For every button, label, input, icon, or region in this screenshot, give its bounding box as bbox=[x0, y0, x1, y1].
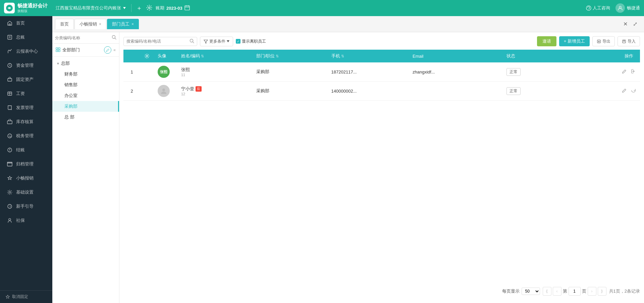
basesettings-icon bbox=[7, 189, 13, 195]
page-last-button[interactable]: ⟫ bbox=[598, 287, 606, 296]
import-label: 导入 bbox=[628, 39, 636, 44]
tab-employees[interactable]: 部门员工 × bbox=[107, 19, 139, 29]
pagination: 每页显示 50 100 200 ⟪ ‹ 第 页 bbox=[123, 284, 640, 299]
refresh-button-2[interactable] bbox=[631, 88, 636, 94]
dept-item-finance[interactable]: 财务部 bbox=[52, 69, 119, 80]
page-current-label: 第 bbox=[563, 288, 567, 294]
svg-point-41 bbox=[146, 55, 148, 57]
employee-search-bar[interactable] bbox=[123, 37, 197, 46]
show-resigned-toggle[interactable]: 显示离职员工 bbox=[236, 39, 266, 44]
export-button[interactable]: 导出 bbox=[592, 36, 615, 46]
sidebar-item-archive[interactable]: 归档管理 bbox=[0, 157, 52, 171]
dept-item-sales[interactable]: 销售部 bbox=[52, 80, 119, 90]
employee-table-scroll: 头像 姓名/编码 部门/职位 手机 Email 状态 操作 bbox=[123, 50, 640, 284]
cell-actions-1 bbox=[577, 62, 640, 82]
employee-search-input[interactable] bbox=[126, 39, 188, 44]
sidebar-item-ledger[interactable]: 总账 bbox=[0, 30, 52, 44]
col-status: 状态 bbox=[502, 50, 578, 62]
sidebar-item-closeaccount[interactable]: 结账 bbox=[0, 143, 52, 157]
page-number-input[interactable] bbox=[569, 287, 581, 296]
svg-rect-10 bbox=[8, 35, 12, 39]
page-size-select[interactable]: 50 100 200 bbox=[522, 288, 540, 295]
page-prev-button[interactable]: ‹ bbox=[553, 287, 561, 296]
toolbar-right: 邀请 + 新增员工 导出 导入 bbox=[537, 36, 640, 46]
dept-search-icon[interactable] bbox=[112, 35, 116, 41]
edit-button-1[interactable] bbox=[622, 69, 627, 75]
period-label: 账期 bbox=[156, 5, 164, 11]
expense-icon bbox=[7, 175, 13, 181]
sidebar-item-invoice[interactable]: 发票管理 bbox=[0, 101, 52, 115]
logo-icon bbox=[4, 3, 15, 13]
dept-item-purchase[interactable]: 采购部 bbox=[52, 101, 119, 112]
user-area[interactable]: 畅捷通 bbox=[615, 3, 640, 13]
tab-home[interactable]: 首页 bbox=[55, 19, 74, 29]
sidebar-item-salary[interactable]: 工资 bbox=[0, 87, 52, 101]
edit-button-2[interactable] bbox=[622, 88, 627, 94]
page-size-selector: 每页显示 50 100 200 bbox=[502, 288, 540, 295]
dept-collapse-button[interactable]: « bbox=[113, 48, 116, 52]
all-depts-label: 全部部门 bbox=[62, 47, 102, 53]
settings-icon[interactable] bbox=[144, 5, 154, 12]
page-first-button[interactable]: ⟪ bbox=[543, 287, 551, 296]
sidebar-item-inventory[interactable]: 库存核算 bbox=[0, 115, 52, 129]
sidebar-item-guide[interactable]: ? 新手引导 bbox=[0, 199, 52, 213]
cell-index-2: 2 bbox=[123, 82, 140, 101]
col-phone[interactable]: 手机 bbox=[327, 50, 409, 62]
sidebar-item-basesettings[interactable]: 基础设置 bbox=[0, 185, 52, 199]
sidebar-item-home[interactable]: 首页 bbox=[0, 16, 52, 30]
show-resigned-checkbox[interactable] bbox=[236, 39, 240, 44]
pin-toggle[interactable]: 取消固定 bbox=[0, 290, 52, 303]
dept-purchase-label: 采购部 bbox=[64, 103, 77, 109]
sidebar-label-expense: 小畅报销 bbox=[16, 175, 34, 181]
pin-label: 取消固定 bbox=[12, 294, 28, 300]
tab-expense[interactable]: 小畅报销 × bbox=[74, 19, 106, 29]
close-window-button[interactable]: ✕ bbox=[622, 20, 629, 28]
logout-button-1[interactable] bbox=[631, 69, 636, 75]
import-button[interactable]: 导入 bbox=[618, 36, 640, 46]
tab-employees-close[interactable]: × bbox=[131, 22, 134, 27]
sidebar-label-salary: 工资 bbox=[16, 91, 25, 97]
main-content: 全部部门 « ▼ 总部 财务部 bbox=[52, 32, 644, 303]
cell-dept-2: 采购部 bbox=[252, 82, 327, 101]
tab-expense-close[interactable]: × bbox=[99, 22, 101, 27]
dept-parent-head[interactable]: ▼ 总部 bbox=[52, 58, 119, 69]
filter-button[interactable]: 更多条件 bbox=[200, 37, 233, 46]
add-button[interactable]: ＋ bbox=[134, 4, 144, 12]
sidebar-item-asset[interactable]: 固定资产 bbox=[0, 72, 52, 87]
cell-status-2: 正常 bbox=[502, 82, 578, 101]
sidebar-item-social[interactable]: 社保 bbox=[0, 213, 52, 228]
sidebar-item-expense[interactable]: 小畅报销 bbox=[0, 171, 52, 185]
tab-expense-label: 小畅报销 bbox=[79, 21, 97, 27]
svg-rect-18 bbox=[7, 121, 12, 124]
salary-icon bbox=[7, 91, 13, 97]
company-selector[interactable]: 江西服宝精品有限责任公司内账张 bbox=[53, 4, 128, 12]
page-total-info: 共1页，2条记录 bbox=[609, 288, 640, 294]
employee-search-icon[interactable] bbox=[190, 39, 194, 44]
add-employee-button[interactable]: + 新增员工 bbox=[559, 36, 590, 46]
col-name[interactable]: 姓名/编码 bbox=[177, 50, 252, 62]
table-row: 2 宁小壹 应 12 bbox=[123, 82, 640, 101]
page-unit-label: 页 bbox=[582, 288, 586, 294]
dept-edit-button[interactable] bbox=[104, 46, 111, 54]
sidebar-item-tax[interactable]: % 税务管理 bbox=[0, 129, 52, 143]
dropdown-arrow-icon bbox=[123, 7, 126, 9]
show-resigned-label: 显示离职员工 bbox=[242, 39, 266, 44]
page-size-label: 每页显示 bbox=[502, 288, 520, 294]
sidebar-item-fund[interactable]: 资金管理 bbox=[0, 58, 52, 72]
col-dept[interactable]: 部门/职位 bbox=[252, 50, 327, 62]
logo-title: 畅捷通好会计 bbox=[17, 3, 48, 9]
sidebar-item-report[interactable]: 云报表中心 bbox=[0, 44, 52, 58]
page-next-button[interactable]: › bbox=[588, 287, 596, 296]
top-bar-right: 人工咨询 畅捷通 bbox=[586, 3, 640, 13]
service-button[interactable]: 人工咨询 bbox=[586, 5, 610, 11]
calendar-icon[interactable] bbox=[184, 5, 190, 11]
dept-search-input[interactable] bbox=[55, 36, 110, 40]
expand-window-button[interactable]: ⤢ bbox=[632, 20, 639, 28]
dept-item-head[interactable]: 总 部 bbox=[52, 112, 119, 122]
svg-line-36 bbox=[193, 42, 194, 43]
dept-item-office[interactable]: 办公室 bbox=[52, 90, 119, 101]
col-settings[interactable] bbox=[140, 50, 154, 62]
all-depts-header[interactable]: 全部部门 « bbox=[52, 44, 119, 57]
invite-button[interactable]: 邀请 bbox=[537, 36, 556, 46]
divider bbox=[131, 4, 131, 12]
